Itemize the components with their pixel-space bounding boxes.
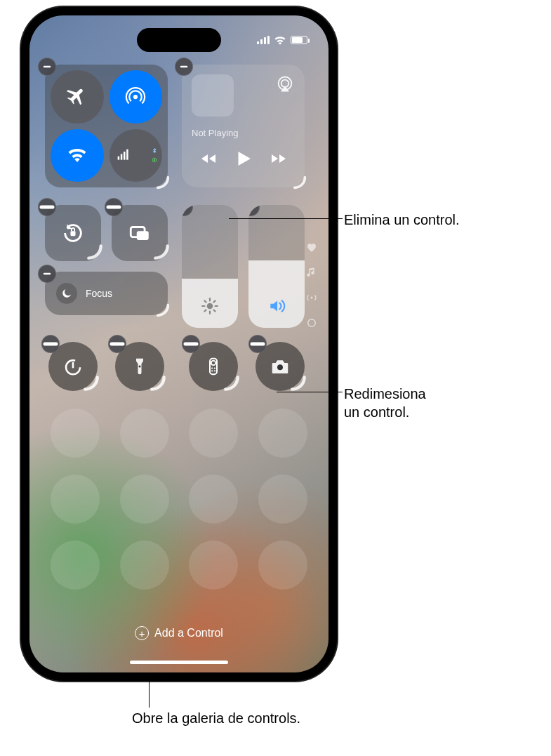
empty-slot[interactable] bbox=[258, 409, 307, 458]
airdrop-toggle[interactable] bbox=[109, 70, 163, 124]
minus-icon bbox=[249, 333, 266, 354]
svg-rect-15 bbox=[137, 231, 149, 240]
remove-button[interactable] bbox=[248, 335, 267, 353]
minus-icon bbox=[105, 195, 122, 219]
empty-slot[interactable] bbox=[189, 541, 238, 590]
camera-button[interactable] bbox=[255, 342, 305, 391]
empty-slot[interactable] bbox=[258, 541, 307, 590]
empty-slot[interactable] bbox=[189, 409, 238, 458]
heart-icon[interactable] bbox=[305, 240, 319, 254]
forward-button[interactable] bbox=[270, 150, 287, 170]
resize-handle-icon bbox=[155, 303, 171, 318]
resize-handle[interactable] bbox=[82, 376, 100, 394]
page-indicator[interactable] bbox=[305, 240, 319, 330]
plus-icon: + bbox=[135, 626, 149, 640]
remove-button[interactable] bbox=[182, 335, 200, 353]
remove-button[interactable] bbox=[108, 335, 126, 353]
empty-slots-grid bbox=[45, 409, 313, 590]
callout-gallery: Obre la galeria de controls. bbox=[132, 709, 300, 727]
resize-handle[interactable] bbox=[152, 300, 171, 318]
now-playing-status: Not Playing bbox=[192, 128, 295, 138]
rewind-icon bbox=[200, 150, 217, 167]
remove-button[interactable] bbox=[41, 335, 60, 353]
resize-handle-icon bbox=[292, 175, 307, 190]
minus-icon bbox=[43, 270, 51, 278]
now-playing-module[interactable]: Not Playing bbox=[182, 65, 305, 187]
focus-module[interactable]: Focus bbox=[45, 272, 168, 315]
flashlight-button[interactable] bbox=[115, 342, 164, 391]
wifi-icon bbox=[67, 145, 88, 166]
resize-handle-icon bbox=[82, 373, 100, 394]
remove-button[interactable] bbox=[248, 205, 260, 216]
resize-handle[interactable] bbox=[289, 172, 307, 190]
orientation-lock-toggle[interactable] bbox=[45, 205, 101, 261]
circle-icon[interactable] bbox=[305, 316, 319, 330]
svg-line-24 bbox=[213, 310, 215, 311]
wifi-status-icon bbox=[274, 35, 286, 45]
empty-slot[interactable] bbox=[120, 541, 169, 590]
svg-line-23 bbox=[204, 300, 206, 302]
brightness-icon bbox=[201, 297, 219, 318]
resize-handle[interactable] bbox=[152, 246, 171, 264]
cellular-signal-icon bbox=[257, 36, 270, 44]
empty-slot[interactable] bbox=[258, 475, 307, 524]
minus-icon bbox=[42, 333, 59, 354]
empty-slot[interactable] bbox=[120, 475, 169, 524]
remove-button[interactable] bbox=[182, 205, 193, 216]
timer-icon bbox=[62, 356, 84, 377]
resize-handle[interactable] bbox=[149, 376, 167, 394]
resize-handle-icon bbox=[289, 373, 307, 394]
resize-handle-icon bbox=[155, 175, 171, 190]
remove-button[interactable] bbox=[38, 265, 56, 283]
callout-remove: Elimina un control. bbox=[344, 211, 460, 229]
resize-handle-icon bbox=[223, 373, 241, 394]
minus-icon bbox=[39, 195, 55, 219]
airdrop-icon bbox=[125, 86, 146, 107]
signal-icon[interactable] bbox=[305, 291, 319, 305]
minus-icon bbox=[182, 205, 188, 211]
timer-button[interactable] bbox=[48, 342, 98, 391]
screen-mirroring-toggle[interactable] bbox=[112, 205, 168, 261]
forward-icon bbox=[270, 150, 287, 167]
airplane-icon bbox=[67, 86, 88, 107]
remove-button[interactable] bbox=[175, 58, 193, 76]
svg-point-42 bbox=[311, 297, 313, 299]
resize-handle[interactable] bbox=[86, 246, 104, 264]
callout-line bbox=[229, 218, 343, 219]
music-note-icon[interactable] bbox=[305, 265, 319, 279]
empty-slot[interactable] bbox=[51, 475, 100, 524]
remove-button[interactable] bbox=[38, 198, 56, 216]
home-indicator[interactable] bbox=[130, 661, 228, 664]
svg-point-43 bbox=[308, 319, 316, 327]
add-control-label: Add a Control bbox=[154, 627, 223, 639]
apple-tv-remote-button[interactable] bbox=[189, 342, 238, 391]
wifi-toggle[interactable] bbox=[51, 129, 104, 183]
airplane-mode-toggle[interactable] bbox=[51, 70, 104, 124]
airplay-audio-icon[interactable] bbox=[275, 74, 295, 94]
resize-handle-icon bbox=[86, 240, 104, 264]
svg-line-26 bbox=[213, 300, 215, 302]
svg-rect-3 bbox=[120, 154, 122, 160]
svg-point-32 bbox=[139, 366, 141, 368]
brightness-slider[interactable] bbox=[182, 205, 238, 328]
remove-button[interactable] bbox=[105, 198, 123, 216]
resize-handle[interactable] bbox=[152, 172, 171, 190]
empty-slot[interactable] bbox=[51, 541, 100, 590]
album-artwork bbox=[192, 74, 234, 117]
empty-slot[interactable] bbox=[51, 409, 100, 458]
play-button[interactable] bbox=[233, 148, 254, 172]
volume-slider[interactable] bbox=[248, 205, 305, 328]
volume-icon bbox=[267, 297, 286, 318]
flashlight-icon bbox=[129, 356, 150, 377]
empty-slot[interactable] bbox=[120, 409, 169, 458]
empty-slot[interactable] bbox=[189, 475, 238, 524]
resize-handle[interactable] bbox=[223, 376, 241, 394]
remove-button[interactable] bbox=[38, 58, 56, 76]
hotspot-icon bbox=[151, 157, 158, 164]
svg-rect-2 bbox=[117, 157, 119, 160]
screen: Not Playing bbox=[29, 15, 328, 672]
rewind-button[interactable] bbox=[200, 150, 217, 170]
play-icon bbox=[233, 148, 254, 169]
add-control-button[interactable]: + Add a Control bbox=[135, 626, 223, 640]
connectivity-module[interactable] bbox=[45, 65, 168, 187]
